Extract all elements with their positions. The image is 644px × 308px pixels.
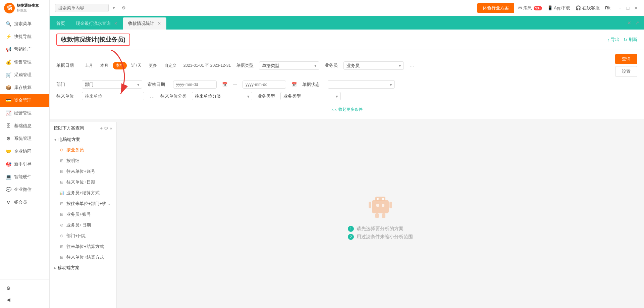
salesman-select[interactable]: 业务员 (343, 61, 404, 70)
scheme-panel-title: 按以下方案查询 (54, 125, 99, 131)
biz-type-select-wrap: 业务类型 (280, 92, 341, 100)
empty-illustration: 1 请先选择要分析的方案 2 用过滤条件来缩小分析范围 (348, 188, 413, 242)
svg-point-3 (382, 198, 384, 200)
cs2-scheme-icon: ⊟ (59, 255, 64, 260)
counterpart-label: 往来单位 (56, 93, 76, 99)
voucher-type-select[interactable]: 单据类型 (259, 61, 319, 70)
cal-icon-start[interactable]: 📅 (222, 82, 227, 87)
scheme-item-by-detail[interactable]: ⊞ 按明细 (50, 155, 116, 166)
close-btn[interactable]: ✕ (633, 5, 639, 11)
date-range-display: 2023-01-01 至 2023-12-31 (183, 63, 231, 68)
scheme-item-counterpart-date[interactable]: ⊟ 往来单位+日期 (50, 177, 116, 188)
scheme-settings-btn[interactable]: ⚙ (104, 125, 108, 131)
sidebar-item-quicknav[interactable]: ⚡ 快捷导航 (0, 30, 49, 43)
tip-num-1: 1 (348, 226, 354, 232)
gear-icon[interactable]: ⚙ (122, 5, 126, 10)
counterpart-cat-select[interactable]: 往来单位分类 (192, 92, 252, 100)
date-btn-7days[interactable]: 近7天 (128, 62, 145, 69)
svg-rect-7 (389, 202, 392, 208)
tab-close-icon[interactable]: ✕ (627, 20, 632, 25)
scheme-item-by-salesman[interactable]: ⊙ 按业务员 (50, 145, 116, 155)
setting-btn[interactable]: 设置 (615, 66, 637, 77)
tip-num-2: 2 (348, 234, 354, 240)
dept-select[interactable]: 部门 (82, 80, 142, 89)
window-controls: － □ ✕ (617, 5, 639, 11)
query-btn[interactable]: 查询 (615, 54, 637, 64)
date-btn-this-year[interactable]: 本年 (113, 62, 127, 69)
svg-point-2 (377, 198, 379, 200)
scheme-item-dept-date[interactable]: ⊙ 部门+日期 (50, 230, 116, 241)
sidebar-item-hardware[interactable]: 💻 智能硬件 (0, 170, 49, 183)
cd-scheme-icon: ⊟ (59, 179, 64, 185)
marketing-icon: 📢 (5, 46, 11, 52)
trial-btn[interactable]: 体验行业方案 (477, 3, 514, 13)
tab-home[interactable]: 首页 (51, 17, 70, 30)
sidebar-item-search[interactable]: 🔍 搜索菜单 (0, 17, 49, 30)
scheme-item-salesman-date[interactable]: ⊙ 业务员+日期 (50, 220, 116, 230)
minimize-btn[interactable]: － (617, 5, 623, 11)
quicknav-icon: ⚡ (5, 34, 11, 40)
scheme-item-counterpart-settlement1[interactable]: ⊞ 往来单位+结算方式 (50, 241, 116, 252)
counterpart-input[interactable] (82, 92, 144, 100)
sidebar-item-member[interactable]: V 畅会员 (0, 196, 49, 209)
sidebar-item-enterprise[interactable]: 🤝 企业协同 (0, 145, 49, 158)
download-icon: 📱 (547, 5, 553, 10)
sidebar-item-system[interactable]: ⚙ 系统管理 (0, 132, 49, 145)
scheme-item-counterpart-settlement2[interactable]: ⊟ 往来单位+结算方式 (50, 252, 116, 263)
add-scheme-btn[interactable]: + (100, 125, 103, 131)
collapse-up-icon: ∧∧ (331, 107, 337, 112)
svg-rect-4 (376, 204, 379, 207)
collapse-bar[interactable]: ∧∧ 收起更多条件 (56, 104, 637, 115)
online-service-btn[interactable]: 🎧 在线客服 (576, 5, 600, 11)
sidebar-item-finance[interactable]: 💳 资金管理 (0, 94, 49, 107)
salesman-more-icon[interactable]: … (409, 62, 415, 68)
maximize-btn[interactable]: □ (625, 5, 631, 11)
tab-collection-stats[interactable]: 收款情况统计 ✕ (123, 17, 166, 30)
app-download-btn[interactable]: 📱 App下载 (547, 5, 570, 11)
scheme-item-counterpart-account[interactable]: ⊟ 往来单位+账号 (50, 166, 116, 177)
sidebar-collapse-btn[interactable]: ◀‍ (0, 294, 49, 305)
cal-icon-end[interactable]: 📅 (291, 82, 297, 87)
counterpart-cat-select-wrap: 往来单位分类 (192, 92, 252, 100)
review-date-end[interactable] (243, 81, 286, 89)
date-btn-more[interactable]: 更多 (146, 62, 160, 69)
date-btn-this-month[interactable]: 本月 (97, 62, 111, 69)
review-date-start[interactable] (173, 81, 217, 89)
scheme-group-pc-title[interactable]: ▼ 电脑端方案 (50, 135, 116, 145)
sidebar-item-operations[interactable]: 📈 经营管理 (0, 107, 49, 119)
tab-collection-close[interactable]: ✕ (158, 21, 161, 26)
sidebar-item-inventory[interactable]: 📦 库存核算 (0, 81, 49, 94)
export-btn[interactable]: ↑ 导出 (607, 37, 620, 43)
header-dropdown-icon[interactable]: ▾ (113, 5, 115, 10)
sidebar-item-purchase[interactable]: 🛒 采购管理 (0, 68, 49, 81)
sidebar-settings-btn[interactable]: ⚙ (0, 283, 49, 294)
search-menu-input[interactable] (55, 4, 109, 12)
scheme-group-mobile-title[interactable]: ▶ 移动端方案 (50, 263, 116, 273)
sidebar-item-starter[interactable]: 🎯 新手引导 (0, 158, 49, 170)
date-btn-last-month[interactable]: 上月 (82, 62, 96, 69)
sidebar-label-member: 畅会员 (14, 199, 27, 205)
sidebar-label-quicknav: 快捷导航 (14, 34, 32, 40)
scheme-item-salesman-settlement[interactable]: 📊 业务员+结算方式 (50, 188, 116, 198)
sidebar-item-wechat[interactable]: 💬 企业微信 (0, 183, 49, 196)
sidebar-item-sales[interactable]: 💰 销售管理 (0, 56, 49, 68)
refresh-btn[interactable]: ↻ 刷新 (624, 37, 637, 43)
voucher-status-select[interactable] (328, 80, 395, 89)
counterpart-more-icon[interactable]: … (150, 93, 155, 99)
sidebar-item-basicinfo[interactable]: 🗄 基础信息 (0, 119, 49, 132)
scheme-item-cd-label: 往来单位+日期 (66, 179, 95, 185)
voucher-status-select-wrap (328, 80, 395, 89)
system-icon: ⚙ (5, 136, 11, 142)
sidebar-item-marketing[interactable]: 📢 营销推广 (0, 43, 49, 56)
scheme-item-counterpart-dept[interactable]: ⊟ 按往来单位+部门+收... (50, 198, 116, 209)
tab-bankflow-close[interactable]: ✕ (114, 21, 117, 26)
tab-expand-icon[interactable]: ⤢ (635, 20, 640, 25)
scheme-collapse-btn[interactable]: « (110, 125, 112, 131)
user-name[interactable]: Rit (605, 5, 610, 10)
scheme-item-salesman-account[interactable]: ⊟ 业务员+账号 (50, 209, 116, 220)
biz-type-select[interactable]: 业务类型 (280, 92, 341, 100)
tab-bank-flow[interactable]: 现金银行流水查询 ✕ (70, 17, 123, 30)
date-dash: — (233, 82, 237, 87)
messages-btn[interactable]: ✉ 消息 99+ (518, 5, 542, 11)
date-btn-custom[interactable]: 自定义 (161, 62, 179, 69)
